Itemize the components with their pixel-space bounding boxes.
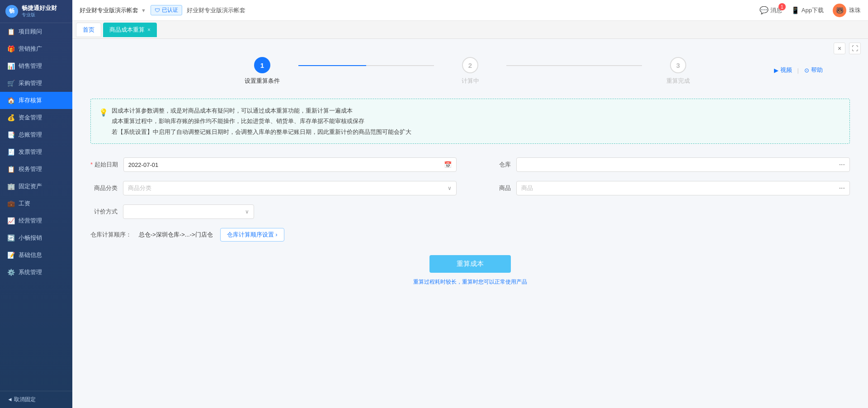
logo-subtitle: 专业版 bbox=[22, 12, 57, 18]
info-line-3: 若【系统设置】中启用了自动调整记账日期时，会调整入库单的整单记账日期，因此重新计… bbox=[112, 127, 411, 137]
expand-btn[interactable]: ⛶ bbox=[849, 43, 861, 54]
sidebar-icon-sales: 📊 bbox=[7, 62, 15, 70]
category-placeholder: 商品分类 bbox=[128, 184, 151, 192]
step-2-circle: 2 bbox=[462, 57, 478, 73]
step-1-label: 设置重算条件 bbox=[245, 77, 280, 85]
sidebar-label-invoice: 发票管理 bbox=[19, 148, 42, 156]
sidebar-item-operations[interactable]: 📈 经营管理 bbox=[0, 212, 72, 229]
tab-close-icon[interactable]: × bbox=[147, 27, 151, 33]
step-line-1 bbox=[298, 65, 434, 66]
verified-text: 已认证 bbox=[162, 6, 178, 14]
tab-home-label: 首页 bbox=[83, 26, 94, 34]
goods-row: 商品 商品 ··· bbox=[484, 181, 850, 195]
tab-recalc[interactable]: 商品成本重算 × bbox=[103, 23, 157, 37]
logo-text: 畅捷通好业财 专业版 bbox=[22, 5, 57, 18]
sidebar-label-tax: 税务管理 bbox=[19, 165, 42, 173]
category-input[interactable]: 商品分类 ∨ bbox=[123, 181, 457, 195]
info-text: 因成本计算参数调整，或是对商品成本有疑问时，可以通过成本重算功能，重新计算一遍成… bbox=[112, 105, 411, 137]
warehouse-dots[interactable]: ··· bbox=[839, 161, 845, 169]
sidebar-item-system[interactable]: ⚙️ 系统管理 bbox=[0, 264, 72, 281]
app-download-label: App下载 bbox=[802, 6, 824, 14]
step-1-circle: 1 bbox=[254, 57, 270, 73]
video-icon: ▶ bbox=[774, 67, 778, 74]
warehouse-order-label: 仓库计算顺序： bbox=[90, 231, 132, 239]
sidebar-label-system: 系统管理 bbox=[19, 268, 42, 276]
sidebar-item-inventory[interactable]: 🏠 库存核算 bbox=[0, 92, 72, 109]
help-links: ▶ 视频 | ⊙ 帮助 bbox=[774, 66, 823, 74]
close-window-btn[interactable]: × bbox=[834, 43, 845, 54]
message-btn[interactable]: 💬 消息 1 bbox=[760, 6, 782, 14]
unpin-label: ◄ 取消固定 bbox=[7, 396, 36, 403]
warehouse-label: 仓库 bbox=[484, 161, 511, 169]
info-line-2: 成本重算过程中，影响库存账的操作均不能操作，比如进货单、销货单、库存单据不能审核… bbox=[112, 116, 411, 126]
sidebar-nav: 📋 项目顾问 🎁 营销推广 📊 销售管理 🛒 采购管理 🏠 库存核算 💰 资金管… bbox=[0, 23, 72, 391]
steps-container: ▶ 视频 | ⊙ 帮助 1 设置重算条件 2 计算 bbox=[90, 57, 850, 85]
sidebar-item-accounting[interactable]: 📑 总账管理 bbox=[0, 126, 72, 143]
step-2: 2 计算中 bbox=[434, 57, 506, 85]
help-icon: ⊙ bbox=[804, 67, 809, 74]
sidebar-item-finance[interactable]: 💰 资金管理 bbox=[0, 109, 72, 126]
account-selector[interactable]: 好业财专业版演示帐套 ▼ bbox=[80, 6, 146, 14]
sidebar-icon-accounting: 📑 bbox=[7, 131, 15, 138]
sidebar-icon-system: ⚙️ bbox=[7, 269, 15, 276]
video-help-link[interactable]: ▶ 视频 bbox=[774, 66, 792, 74]
message-badge: 1 bbox=[778, 3, 786, 10]
account-name: 好业财专业版演示帐套 bbox=[80, 6, 138, 14]
verified-icon: 🛡 bbox=[155, 7, 160, 14]
start-date-input[interactable]: 2022-07-01 📅 bbox=[123, 157, 457, 172]
sidebar-item-sales[interactable]: 📊 销售管理 bbox=[0, 57, 72, 75]
warehouse-order-btn-label: 仓库计算顺序设置 › bbox=[227, 231, 278, 239]
info-box: 💡 因成本计算参数调整，或是对商品成本有疑问时，可以通过成本重算功能，重新计算一… bbox=[90, 99, 850, 144]
goods-placeholder: 商品 bbox=[521, 184, 533, 192]
sidebar-label-expense: 小畅报销 bbox=[19, 234, 42, 242]
sidebar-label-sales: 销售管理 bbox=[19, 62, 42, 70]
step-1: 1 设置重算条件 bbox=[226, 57, 298, 85]
message-icon: 💬 bbox=[760, 6, 769, 14]
user-profile[interactable]: 🐻 珠珠 bbox=[833, 4, 861, 17]
account-display-name: 好业财专业版演示帐套 bbox=[187, 6, 245, 14]
sidebar-icon-finance: 💰 bbox=[7, 114, 15, 121]
sidebar-label-project: 项目顾问 bbox=[19, 28, 42, 36]
goods-dots[interactable]: ··· bbox=[839, 184, 845, 192]
sidebar-item-marketing[interactable]: 🎁 营销推广 bbox=[0, 40, 72, 57]
step-1-num: 1 bbox=[260, 62, 264, 69]
pricing-label: 计价方式 bbox=[90, 208, 118, 216]
sidebar-item-assets[interactable]: 🏢 固定资产 bbox=[0, 178, 72, 195]
start-date-label: 起始日期 bbox=[90, 161, 118, 169]
submit-area: 重算成本 重算过程耗时较长，重算时您可以正常使用产品 bbox=[90, 255, 850, 286]
video-label: 视频 bbox=[780, 66, 792, 74]
app-download-btn[interactable]: 📱 App下载 bbox=[791, 6, 824, 14]
pricing-input[interactable]: ∨ bbox=[123, 204, 254, 219]
sidebar-item-salary[interactable]: 💼 工资 bbox=[0, 195, 72, 212]
sidebar-label-accounting: 总账管理 bbox=[19, 131, 42, 139]
sidebar-item-project[interactable]: 📋 项目顾问 bbox=[0, 23, 72, 40]
sidebar-item-purchase[interactable]: 🛒 采购管理 bbox=[0, 75, 72, 92]
sidebar-icon-expense: 🔄 bbox=[7, 234, 15, 242]
close-icon: × bbox=[838, 45, 841, 52]
form-grid: 起始日期 2022-07-01 📅 仓库 ··· 商品分类 商品分类 ∨ bbox=[90, 157, 850, 195]
sidebar-item-invoice[interactable]: 🧾 发票管理 bbox=[0, 143, 72, 161]
sidebar-item-tax[interactable]: 📋 税务管理 bbox=[0, 161, 72, 178]
calendar-icon: 📅 bbox=[444, 161, 452, 168]
sidebar-unpin[interactable]: ◄ 取消固定 bbox=[0, 391, 72, 408]
topbar-actions: 💬 消息 1 📱 App下载 🐻 珠珠 bbox=[760, 4, 861, 17]
warehouse-row: 仓库 ··· bbox=[484, 157, 850, 172]
logo-title: 畅捷通好业财 bbox=[22, 5, 57, 12]
warehouse-order-settings-btn[interactable]: 仓库计算顺序设置 › bbox=[220, 228, 284, 242]
warehouse-input[interactable]: ··· bbox=[516, 157, 850, 172]
category-label: 商品分类 bbox=[90, 184, 118, 192]
recalculate-btn[interactable]: 重算成本 bbox=[429, 255, 511, 273]
help-link[interactable]: ⊙ 帮助 bbox=[804, 66, 823, 74]
help-sep: | bbox=[797, 67, 799, 74]
start-date-value: 2022-07-01 bbox=[128, 161, 159, 168]
sidebar-item-expense[interactable]: 🔄 小畅报销 bbox=[0, 229, 72, 247]
main-area: 好业财专业版演示帐套 ▼ 🛡 已认证 好业财专业版演示帐套 💬 消息 1 📱 A… bbox=[72, 0, 868, 408]
sidebar-icon-project: 📋 bbox=[7, 28, 15, 35]
sidebar-icon-purchase: 🛒 bbox=[7, 80, 15, 87]
tab-home[interactable]: 首页 bbox=[76, 23, 101, 37]
goods-input[interactable]: 商品 ··· bbox=[516, 181, 850, 195]
warehouse-order-row: 仓库计算顺序： 总仓->深圳仓库->...->门店仓 仓库计算顺序设置 › bbox=[90, 228, 850, 242]
sidebar-label-purchase: 采购管理 bbox=[19, 79, 42, 87]
sidebar-icon-tax: 📋 bbox=[7, 166, 15, 173]
sidebar-item-basic[interactable]: 📝 基础信息 bbox=[0, 247, 72, 264]
